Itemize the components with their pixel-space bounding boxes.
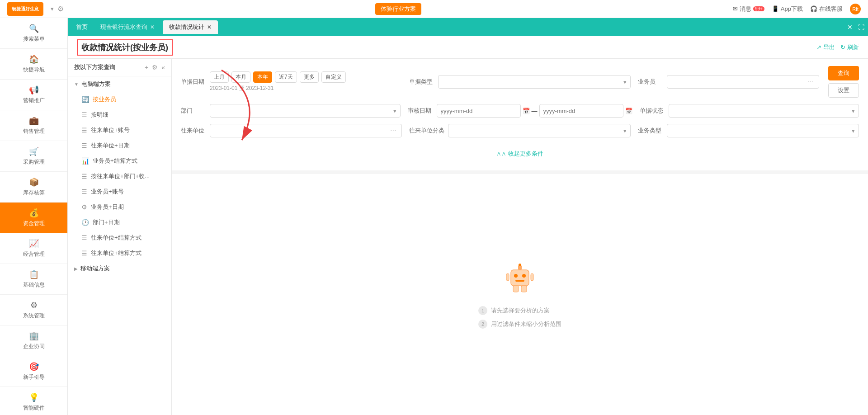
- scheme-item-counter-date[interactable]: ☰ 往来单位+日期: [68, 138, 171, 153]
- tab-collection-stats-close[interactable]: ✕: [207, 24, 212, 30]
- scheme-item-counter-settle1[interactable]: ☰ 往来单位+结算方式: [68, 230, 171, 245]
- sidebar-item-basic-info[interactable]: 📋 基础信息: [0, 264, 67, 295]
- counter-dots-icon[interactable]: ···: [388, 127, 398, 135]
- sidebar-item-inventory[interactable]: 📦 库存核算: [0, 172, 67, 203]
- calendar-start-icon[interactable]: 📅: [523, 108, 530, 114]
- messages-item[interactable]: ✉ 消息 99+: [733, 5, 764, 13]
- query-button[interactable]: 查询: [828, 66, 859, 80]
- tab-bank-flow-close[interactable]: ✕: [150, 24, 155, 30]
- search-menu-icon: 🔍: [29, 24, 39, 33]
- scheme-item-label: 业务员+账号: [91, 188, 124, 196]
- dept-arrow-icon: ▾: [393, 108, 396, 114]
- online-service-item[interactable]: 🎧 在线客服: [810, 5, 843, 13]
- scheme-item-counter-account[interactable]: ☰ 往来单位+账号: [68, 123, 171, 138]
- tab-bank-flow[interactable]: 现金银行流水查询 ✕: [94, 20, 161, 34]
- date-last-month-btn[interactable]: 上月: [210, 71, 229, 83]
- calendar-end-icon[interactable]: 📅: [625, 108, 632, 114]
- biz-type-select[interactable]: ▾: [667, 124, 859, 137]
- empty-state: 1 请先选择要分析的方案 2 用过滤条件来缩小分析范围: [172, 174, 868, 415]
- settings-icon[interactable]: ⚙: [57, 5, 64, 13]
- trial-button[interactable]: 体验行业方案: [375, 3, 421, 15]
- counter-category-select[interactable]: ▾: [448, 124, 630, 137]
- date-dash: —: [532, 108, 538, 114]
- scheme-item-by-salesman[interactable]: 🔄 按业务员: [68, 92, 171, 107]
- counter-control: ···: [210, 124, 402, 137]
- maximize-window-btn[interactable]: ⛶: [858, 24, 864, 31]
- date-field: 单据日期 上月 本月 本年 近7天 更多 自定义: [181, 71, 402, 92]
- sidebar-item-finance[interactable]: 💰 资金管理: [0, 203, 67, 233]
- scheme-settings-btn[interactable]: ⚙: [152, 64, 158, 71]
- sidebar-item-quick-nav[interactable]: 🏠 快捷导航: [0, 49, 67, 80]
- scheme-add-btn[interactable]: +: [145, 64, 148, 71]
- tip-num-1: 1: [478, 306, 487, 315]
- scheme-group-mobile: ▶ 移动端方案: [68, 261, 171, 276]
- smart-hw-icon: 💡: [29, 392, 39, 402]
- scheme-group-mobile-header[interactable]: ▶ 移动端方案: [68, 261, 171, 276]
- refresh-button[interactable]: ↻ 刷新: [840, 43, 859, 52]
- review-date-start-input[interactable]: [437, 104, 521, 118]
- sidebar-item-search-menu[interactable]: 🔍 搜索菜单: [0, 18, 67, 49]
- sidebar-item-label: 新手引导: [23, 373, 45, 381]
- date-more-btn[interactable]: 更多: [300, 71, 319, 83]
- sidebar-item-sales[interactable]: 💼 销售管理: [0, 110, 67, 141]
- group-arrow-icon: ▼: [74, 82, 79, 87]
- counter-select[interactable]: ···: [210, 124, 402, 137]
- empty-tips: 1 请先选择要分析的方案 2 用过滤条件来缩小分析范围: [478, 306, 561, 329]
- review-date-end-input[interactable]: [539, 104, 623, 118]
- date-this-year-btn[interactable]: 本年: [253, 71, 272, 83]
- sidebar-item-smart-hw[interactable]: 💡 智能硬件: [0, 387, 67, 415]
- scheme-item-counter-dept-collect[interactable]: ☰ 按往来单位+部门+收...: [68, 169, 171, 184]
- date-7days-btn[interactable]: 近7天: [275, 71, 297, 83]
- operations-icon: 📈: [29, 239, 39, 249]
- doc-status-select[interactable]: ▾: [669, 104, 859, 118]
- scheme-item-by-detail[interactable]: ☰ 按明细: [68, 107, 171, 123]
- sidebar-item-enterprise[interactable]: 🏢 企业协同: [0, 325, 67, 356]
- counter-category-field: 往来单位分类 ▾: [409, 124, 630, 137]
- scheme-item-label: 往来单位+结算方式: [91, 234, 142, 242]
- inventory-icon: 📦: [29, 177, 39, 187]
- sidebar-item-operations[interactable]: 📈 经营管理: [0, 233, 67, 264]
- date-range-display: 2023-01-01 至 2023-12-31: [210, 85, 346, 92]
- sidebar-item-guide[interactable]: 🎯 新手引导: [0, 356, 67, 387]
- scheme-item-dept-date[interactable]: 🕐 部门+日期: [68, 215, 171, 230]
- tip-text-1: 请先选择要分析的方案: [491, 307, 550, 315]
- doc-status-control: ▾: [669, 104, 859, 118]
- dept-select[interactable]: ▾: [210, 104, 401, 118]
- scheme-group-pc-header[interactable]: ▼ 电脑端方案: [68, 76, 171, 92]
- export-button[interactable]: ↗ 导出: [816, 43, 835, 52]
- doc-status-label: 单据状态: [640, 107, 665, 115]
- scheme-item-salesman-account[interactable]: ☰ 业务员+账号: [68, 184, 171, 199]
- close-window-btn[interactable]: ✕: [847, 24, 853, 31]
- collapse-label: 收起更多条件: [508, 150, 543, 157]
- date-custom-btn[interactable]: 自定义: [321, 71, 346, 83]
- svg-rect-8: [513, 286, 519, 292]
- counter-settle2-icon: ☰: [81, 250, 87, 257]
- export-icon: ↗: [816, 44, 821, 51]
- counter-settle1-icon: ☰: [81, 234, 87, 241]
- main-area: 首页 现金银行流水查询 ✕ 收款情况统计 ✕ ✕ ⛶ 收款情况统计(按业务员) …: [68, 18, 868, 415]
- salesman-scheme-icon: 🔄: [81, 96, 89, 103]
- avatar: Rit: [850, 4, 861, 14]
- sidebar-item-marketing[interactable]: 📢 营销推广: [0, 80, 67, 110]
- salesman-select[interactable]: ···: [667, 75, 819, 89]
- scheme-item-salesman-settle[interactable]: 📊 业务员+结算方式: [68, 153, 171, 169]
- sidebar-item-system[interactable]: ⚙ 系统管理: [0, 295, 67, 325]
- sidebar-item-label: 营销推广: [23, 97, 45, 104]
- tab-home[interactable]: 首页: [71, 20, 92, 34]
- settings-button[interactable]: 设置: [828, 83, 859, 98]
- dept-date-icon: 🕐: [81, 219, 89, 226]
- app-logo: 畅捷通好生意: [7, 2, 43, 16]
- filter-row-1: 单据日期 上月 本月 本年 近7天 更多 自定义: [181, 66, 859, 98]
- user-avatar[interactable]: Rit: [850, 4, 861, 14]
- doc-type-select[interactable]: ▾: [438, 75, 630, 89]
- sidebar-item-purchase[interactable]: 🛒 采购管理: [0, 141, 67, 172]
- collapse-bar[interactable]: ∧∧ 收起更多条件: [181, 144, 859, 163]
- date-this-month-btn[interactable]: 本月: [231, 71, 250, 83]
- tab-collection-stats[interactable]: 收款情况统计 ✕: [163, 20, 218, 34]
- app-download-item[interactable]: 📱 App下载: [772, 5, 803, 13]
- scheme-item-salesman-date[interactable]: ⚙ 业务员+日期: [68, 199, 171, 215]
- scheme-item-counter-settle2[interactable]: ☰ 往来单位+结算方式: [68, 245, 171, 261]
- salesman-dots-icon[interactable]: ···: [806, 78, 815, 86]
- scheme-collapse-btn[interactable]: «: [161, 64, 165, 71]
- breadcrumb-dropdown[interactable]: ▾: [51, 5, 54, 12]
